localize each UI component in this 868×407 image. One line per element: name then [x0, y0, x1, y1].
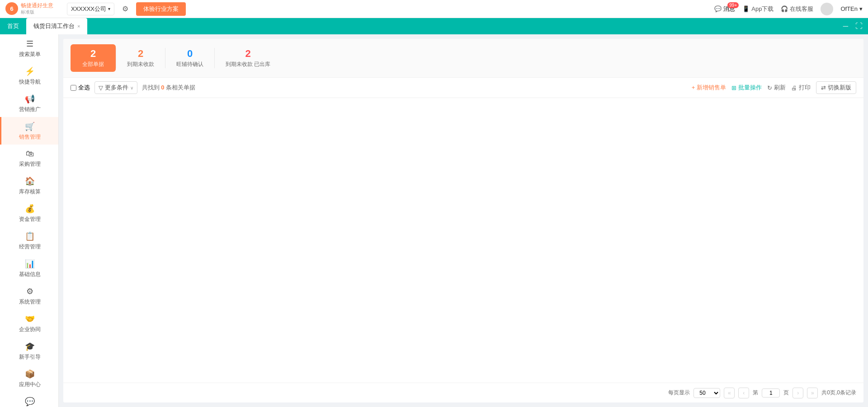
content-inner: 2 全部单据 2 到期未收款 0 旺辅待确认 2 到期未收款 已出库 [63, 39, 863, 402]
batch-operation-button[interactable]: ⊞ 批量操作 [731, 84, 762, 92]
sidebar-item-sys-mgmt[interactable]: ⚙ 系统管理 [0, 282, 58, 309]
sidebar-item-label: 库存核算 [19, 188, 41, 196]
expand-icon[interactable]: ⛶ [854, 21, 864, 31]
sidebar-item-finance[interactable]: 💰 资金管理 [0, 199, 58, 227]
tab-close-icon[interactable]: × [77, 23, 80, 29]
sidebar-item-operations[interactable]: 📋 经营管理 [0, 227, 58, 254]
minimize-icon[interactable]: ─ [841, 21, 850, 31]
sidebar-item-marketing[interactable]: 📢 营销推广 [0, 89, 58, 117]
operations-icon: 📋 [25, 231, 35, 241]
search-menu-icon: ☰ [26, 39, 33, 49]
sidebar-item-purchase-mgmt[interactable]: 🛍 采购管理 [0, 145, 58, 172]
avatar[interactable] [821, 3, 833, 15]
card-overdue-unship[interactable]: 2 到期未收款 已出库 [215, 44, 281, 72]
batch-icon: ⊞ [731, 84, 736, 91]
sidebar-item-sales-mgmt[interactable]: 🛒 销售管理 [0, 117, 58, 145]
app-download-button[interactable]: 📱 App下载 [742, 5, 774, 13]
filter-button[interactable]: ▽ 更多条件 ∨ [94, 81, 137, 94]
tab-workbench[interactable]: 钱货日清工作台 × [26, 18, 87, 34]
sidebar-item-search-menu[interactable]: ☰ 搜索菜单 [0, 34, 58, 62]
page-size-select[interactable]: 50 10 20 100 [693, 388, 720, 398]
sidebar-item-newbie[interactable]: 🎓 新手引导 [0, 337, 58, 365]
card-overdue-unpaid[interactable]: 2 到期未收款 [116, 44, 165, 72]
found-text: 共找到 0 条相关单据 [142, 84, 195, 92]
last-page-button[interactable]: » [807, 388, 818, 398]
sidebar-item-inventory[interactable]: 🏠 库存核算 [0, 172, 58, 199]
sidebar-item-label: 销售管理 [19, 133, 41, 141]
logo-area: 6 畅捷通好生意 标准版 [5, 2, 53, 15]
card-num-pending: 0 [187, 48, 193, 60]
card-all[interactable]: 2 全部单据 [71, 44, 116, 72]
company-selector[interactable]: XXXXXX公司 ▾ [67, 3, 114, 15]
sidebar-item-quick-nav[interactable]: ⚡ 快捷导航 [0, 62, 58, 89]
switch-version-button[interactable]: ⇄ 切换新版 [816, 81, 856, 94]
card-label-overdue: 到期未收款 [127, 61, 154, 68]
pagination-bar: 每页显示 50 10 20 100 « ‹ 第 页 › » 共0页,0条记录 [63, 383, 863, 402]
download-icon: 📱 [742, 5, 750, 12]
filter-chevron-icon: ∨ [130, 85, 133, 90]
found-suffix: 条相关单据 [166, 84, 195, 91]
prev-page-button[interactable]: ‹ [738, 388, 749, 398]
toolbar-left: 全选 ▽ 更多条件 ∨ 共找到 0 条相关单据 [71, 81, 686, 94]
sidebar-item-label: 应用中心 [19, 381, 41, 388]
header-right: 💬 消息 99+ 📱 App下载 🎧 在线客服 OfTEn ▾ [714, 3, 863, 15]
main-layout: ☰ 搜索菜单 ⚡ 快捷导航 📢 营销推广 🛒 销售管理 🛍 采购管理 🏠 库存核… [0, 34, 868, 407]
first-page-button[interactable]: « [724, 388, 735, 398]
page-input[interactable] [762, 388, 780, 398]
tab-bar: 首页 钱货日清工作台 × ─ ⛶ [0, 18, 868, 34]
sidebar-item-label: 基础信息 [19, 271, 41, 278]
chevron-down-icon: ▾ [859, 5, 863, 12]
found-prefix: 共找到 [142, 84, 160, 91]
select-all-checkbox[interactable]: 全选 [71, 84, 90, 92]
online-service-button[interactable]: 🎧 在线客服 [781, 5, 813, 13]
card-num-all: 2 [90, 48, 96, 60]
page-suffix: 页 [783, 389, 789, 397]
table-area [63, 98, 863, 383]
tab-home[interactable]: 首页 [0, 18, 26, 34]
page-size-label: 每页显示 [668, 389, 690, 397]
chevron-down-icon: ▾ [108, 6, 110, 11]
sidebar-item-app-center[interactable]: 📦 应用中心 [0, 365, 58, 392]
toolbar-right: + 新增销售单 ⊞ 批量操作 ↻ 刷新 🖨 打印 ⇄ [692, 81, 856, 94]
basic-info-icon: 📊 [25, 259, 35, 269]
app-center-icon: 📦 [25, 369, 35, 379]
refresh-icon: ↻ [767, 84, 772, 91]
switch-icon: ⇄ [821, 84, 826, 91]
sales-icon: 🛒 [25, 122, 35, 131]
card-label-unship: 到期未收款 已出库 [226, 61, 270, 68]
filter-icon: ▽ [99, 84, 103, 91]
logo-tag: 标准版 [21, 9, 53, 15]
trial-button[interactable]: 体验行业方案 [136, 2, 186, 16]
sidebar-item-basic-info[interactable]: 📊 基础信息 [0, 254, 58, 282]
sidebar-item-label: 采购管理 [19, 160, 41, 168]
sidebar-item-label: 企业协同 [19, 326, 41, 333]
sidebar-item-label: 资金管理 [19, 215, 41, 223]
message-badge: 99+ [727, 2, 739, 8]
select-all-input[interactable] [71, 85, 76, 91]
print-button[interactable]: 🖨 打印 [791, 84, 811, 92]
refresh-button[interactable]: ↻ 刷新 [767, 84, 786, 92]
tab-bar-actions: ─ ⛶ [841, 21, 868, 31]
add-sales-order-button[interactable]: + 新增销售单 [692, 84, 726, 92]
top-header: 6 畅捷通好生意 标准版 XXXXXX公司 ▾ ⚙ 体验行业方案 💬 消息 99… [0, 0, 868, 18]
content-area: 2 全部单据 2 到期未收款 0 旺辅待确认 2 到期未收款 已出库 [59, 34, 868, 407]
username-area[interactable]: OfTEn ▾ [840, 5, 863, 12]
found-count: 0 [161, 84, 164, 91]
card-pending-confirm[interactable]: 0 旺辅待确认 [165, 44, 214, 72]
page-label: 第 [753, 389, 758, 397]
username-label: OfTEn [840, 5, 858, 12]
quick-nav-icon: ⚡ [25, 66, 35, 76]
message-button[interactable]: 💬 消息 99+ [714, 5, 735, 13]
header-left: 6 畅捷通好生意 标准版 XXXXXX公司 ▾ ⚙ 体验行业方案 [5, 2, 186, 16]
settings-button[interactable]: ⚙ [119, 3, 132, 15]
sidebar-item-enterprise[interactable]: 🤝 企业协同 [0, 309, 58, 337]
batch-label: 批量操作 [738, 84, 762, 92]
newbie-icon: 🎓 [25, 342, 35, 351]
card-label-all: 全部单据 [82, 61, 104, 68]
online-service-label: 在线客服 [790, 5, 813, 13]
card-label-pending: 旺辅待确认 [176, 61, 203, 68]
app-download-label: App下载 [751, 5, 774, 13]
enterprise-icon: 🤝 [25, 314, 35, 324]
sidebar-item-wechat[interactable]: 💬 企业微信 [0, 392, 58, 407]
next-page-button[interactable]: › [793, 388, 803, 398]
